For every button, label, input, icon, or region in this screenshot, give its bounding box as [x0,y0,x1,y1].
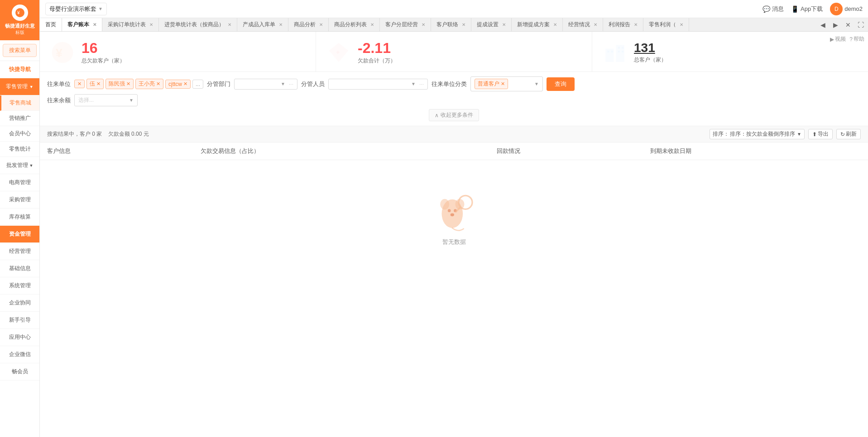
tab-home[interactable]: 首页 [40,18,62,31]
col-debt-info: 欠款交易信息（占比） [193,142,489,160]
tab-close-icon[interactable]: ✕ [228,22,231,27]
tab-tip-settings[interactable]: 提成设置 ✕ [471,18,512,31]
sidebar-item-retail-mall[interactable]: 零售商城 [0,95,39,111]
category-filter-select[interactable]: 普通客户 ✕ ▼ [470,76,543,91]
tab-purchase-order[interactable]: 采购订单统计表 ✕ [102,18,159,31]
collapse-button[interactable]: ∧ 收起更多条件 [429,109,479,121]
export-btn[interactable]: ⬆ 导出 [808,129,833,139]
tag-close-icon[interactable]: ✕ [126,81,130,87]
tab-new-tip-plan[interactable]: 新增提成方案 ✕ [512,18,563,31]
search-menu-button[interactable]: 搜索菜单 [3,44,37,57]
col-customer-info: 客户信息 [40,142,193,160]
tag-close-icon[interactable]: ✕ [77,81,82,87]
messages-btn[interactable]: 💬 消息 [762,5,784,13]
sidebar-item-enterprise-coop[interactable]: 企业协同 [0,294,39,312]
tab-close-icon[interactable]: ✕ [422,22,425,27]
sidebar-item-operations-mgmt[interactable]: 经营管理 [0,243,39,260]
sidebar-item-purchase-mgmt[interactable]: 采购管理 [0,191,39,209]
tab-customer-contact[interactable]: 客户联络 ✕ [431,18,471,31]
tag-close-icon[interactable]: ✕ [501,81,505,87]
unit-filter-tags: ✕ 伍 ✕ 陈民强 ✕ 王小亮 ✕ cjttcw [74,79,203,89]
tab-close-icon[interactable]: ✕ [93,22,96,27]
tab-close-icon[interactable]: ✕ [680,22,683,27]
sidebar-item-marketing[interactable]: 营销推广 [0,111,39,126]
tab-production-stock[interactable]: 产成品入库单 ✕ [237,18,288,31]
tab-label: 商品分析列表 [334,21,367,28]
filter-dots[interactable]: ··· [419,81,424,87]
col-repayment: 回款情况 [489,142,643,160]
industry-selector[interactable]: 母婴行业演示帐套 ▼ [45,3,107,15]
tab-goods-analysis[interactable]: 商品分析 ✕ [288,18,329,31]
tab-customer-account[interactable]: 客户账本 ✕ [62,18,102,31]
user-profile[interactable]: D demo2 [830,3,863,15]
chevron-down-icon: ▼ [281,81,285,86]
balance-placeholder: 选择... [78,96,127,104]
app-download-btn[interactable]: 📱 App下载 [791,5,823,13]
tab-close-icon[interactable]: ✕ [553,22,557,27]
sidebar-item-capital-mgmt[interactable]: 资金管理 [0,226,39,243]
dept-filter-select[interactable]: ▼ ··· [234,79,297,90]
sidebar-item-new-user-guide[interactable]: 新手引导 [0,312,39,329]
sidebar-item-wholesale-mgmt[interactable]: 批发管理 ▼ [0,157,39,174]
tag-close-icon[interactable]: ✕ [156,81,160,87]
tab-close-icon[interactable]: ✕ [462,22,465,27]
tab-goods-stats[interactable]: 进货单统计表（按商品） ✕ [159,18,237,31]
filter-dots[interactable]: ··· [289,81,293,87]
industry-label: 母婴行业演示帐套 [49,5,96,13]
tab-goods-analysis-list[interactable]: 商品分析列表 ✕ [329,18,380,31]
tab-close-icon[interactable]: ✕ [279,22,283,27]
tag-close-icon[interactable]: ✕ [183,81,187,87]
sort-label: 排序： [713,130,729,138]
customer-count: 0 [92,131,95,137]
tab-retail-profit[interactable]: 零售利润（ ✕ [643,18,689,31]
refresh-btn[interactable]: ↻ 刷新 [836,129,861,139]
stat-value: 131 [634,42,667,54]
tab-next-button[interactable]: ▶ [830,19,841,30]
tab-close-all-button[interactable]: ✕ [843,19,854,30]
logo-text: 畅捷通好生意 [5,23,35,29]
tab-profit-report[interactable]: 利润报告 ✕ [603,18,643,31]
tab-close-icon[interactable]: ✕ [370,22,374,27]
tab-close-icon[interactable]: ✕ [634,22,638,27]
svg-point-2 [52,42,73,63]
svg-rect-11 [622,47,623,49]
sidebar-item-inventory-check[interactable]: 库存核算 [0,209,39,226]
chevron-down-icon: ▼ [534,81,539,86]
sidebar-item-app-center[interactable]: 应用中心 [0,329,39,346]
sidebar-item-ecommerce-mgmt[interactable]: 电商管理 [0,174,39,191]
sidebar-item-retail-mgmt[interactable]: 零售管理 ▼ [0,78,39,95]
tab-label: 客户账本 [67,21,89,28]
tab-fullscreen-button[interactable]: ⛶ [855,19,866,30]
tab-close-icon[interactable]: ✕ [319,22,323,27]
query-button[interactable]: 查询 [547,77,575,91]
sidebar-item-quick-nav[interactable]: 快捷导航 [0,61,39,78]
sort-select[interactable]: 排序： 排序：按欠款金额倒序排序 ▼ [710,129,805,139]
tab-prev-button[interactable]: ◀ [817,19,828,30]
download-icon: 📱 [791,5,799,13]
help-btn[interactable]: ? 帮助 [849,35,864,43]
tab-close-icon[interactable]: ✕ [502,22,506,27]
search-result-text: 搜索结果中，客户 0 家 欠款金额 0.00 元 [47,130,149,138]
debt-value: 0.00 [131,131,142,137]
export-label: 导出 [818,130,829,138]
person-filter-select[interactable]: ▼ ··· [328,79,428,90]
balance-filter-select[interactable]: 选择... ▼ [74,94,138,106]
tag-label: 伍 [90,80,95,88]
sidebar-item-vip-member[interactable]: 畅会员 [0,363,39,380]
stat-label: 总客户（家） [634,56,667,64]
filter-more-button[interactable]: ... [192,80,203,89]
sidebar-item-enterprise-wechat[interactable]: 企业微信 [0,346,39,363]
logo-subtext: 标版 [15,29,24,36]
tab-customer-tier[interactable]: 客户分层经营 ✕ [380,18,431,31]
tag-close-icon[interactable]: ✕ [96,81,101,87]
data-table: 客户信息 欠款交易信息（占比） 回款情况 到期未收款日期 [40,142,868,264]
video-help-btn[interactable]: ▶ 视频 [830,35,846,43]
tab-close-icon[interactable]: ✕ [594,22,597,27]
tab-business-status[interactable]: 经营情况 ✕ [563,18,603,31]
sidebar-item-system-mgmt[interactable]: 系统管理 [0,277,39,294]
sidebar-item-retail-stats[interactable]: 零售统计 [0,142,39,157]
tab-close-icon[interactable]: ✕ [149,22,153,27]
sidebar-item-basic-info[interactable]: 基础信息 [0,260,39,277]
svg-text:¥: ¥ [17,10,20,15]
sidebar-item-member-center[interactable]: 会员中心 [0,126,39,142]
